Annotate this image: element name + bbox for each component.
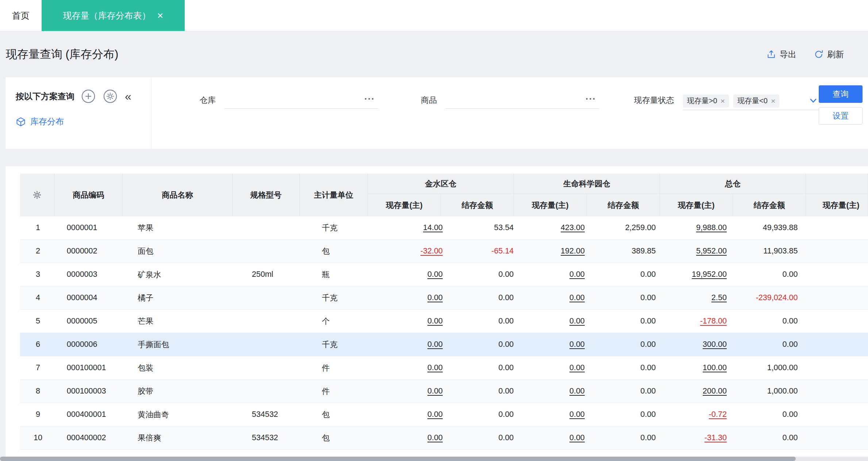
product-field: 商品 ··· <box>421 92 634 149</box>
query-button[interactable]: 查询 <box>819 85 863 103</box>
add-scheme-icon[interactable] <box>80 88 96 104</box>
qty-on-hand-link[interactable]: 2.50 <box>666 286 737 309</box>
scheme-item-stock-distribution[interactable]: 库存分布 <box>16 116 151 127</box>
settings-button[interactable]: 设置 <box>819 107 863 125</box>
scrollbar-thumb[interactable] <box>0 457 796 461</box>
header-group-partial: 现存量(主) <box>806 174 868 216</box>
qty-on-hand-link[interactable]: 0.00 <box>382 380 453 403</box>
tab-active-inventory[interactable]: 现存量（库存分布表） × <box>42 0 185 31</box>
subheader-qty-on-hand: 现存量(主) <box>660 194 733 216</box>
spec-model <box>241 380 311 403</box>
table-row[interactable]: 10000400002果倍爽534532包0.000.000.000.00-31… <box>20 426 868 450</box>
qty-on-hand-link[interactable]: 5,952.00 <box>666 240 737 263</box>
subheader-qty-on-hand: 现存量(主) <box>806 194 868 216</box>
qty-on-hand-link[interactable]: 0.00 <box>524 263 595 286</box>
horizontal-scrollbar[interactable] <box>0 457 868 461</box>
qty-on-hand-link[interactable]: -0.72 <box>666 403 737 426</box>
qty-on-hand-link[interactable]: 100.00 <box>666 356 737 379</box>
table-row[interactable]: 20000002面包包-32.00-65.14192.00389.855,952… <box>20 240 868 263</box>
table-row[interactable]: 60000006手撕面包千克0.000.000.000.00300.000.00 <box>20 333 868 356</box>
qty-on-hand-link[interactable]: 0.00 <box>382 333 453 356</box>
qty-on-hand-link[interactable]: -32.00 <box>382 240 453 263</box>
qty-on-hand-link[interactable]: 200.00 <box>666 380 737 403</box>
refresh-button[interactable]: 刷新 <box>814 49 844 60</box>
stock-status-label: 现存量状态 <box>634 92 674 109</box>
qty-on-hand-link[interactable]: 0.00 <box>524 380 595 403</box>
header-product-name: 商品名称 <box>123 174 233 216</box>
balance-amount: 0.00 <box>595 310 666 333</box>
header-product-code: 商品编码 <box>54 174 123 216</box>
balance-amount: 1,000.00 <box>737 356 808 379</box>
balance-amount: 0.00 <box>595 380 666 403</box>
spec-model: 250ml <box>241 263 311 286</box>
more-icon[interactable]: ··· <box>364 93 375 105</box>
qty-on-hand-link[interactable]: 300.00 <box>666 333 737 356</box>
status-tag-label: 现存量<0 <box>737 96 768 106</box>
qty-on-hand-link[interactable]: 192.00 <box>524 240 595 263</box>
header-spec-model: 规格型号 <box>233 174 300 216</box>
qty-on-hand-link[interactable]: 0.00 <box>524 333 595 356</box>
header-group-lifescience-warehouse: 生命科学园仓 现存量(主) 结存金额 <box>514 174 660 216</box>
partial-cell <box>808 240 868 263</box>
row-number: 2 <box>20 240 56 263</box>
chevron-down-icon[interactable] <box>809 96 818 105</box>
qty-on-hand-link[interactable]: 19,952.00 <box>666 263 737 286</box>
table-row[interactable]: 30000003矿泉水250ml瓶0.000.000.000.0019,952.… <box>20 263 868 286</box>
more-icon[interactable]: ··· <box>585 93 596 105</box>
group-name: 生命科学园仓 <box>514 174 660 194</box>
table-row[interactable]: 7000100001包装件0.000.000.000.00100.001,000… <box>20 356 868 380</box>
partial-cell <box>808 380 868 403</box>
qty-on-hand-link[interactable]: 9,988.00 <box>666 216 737 239</box>
warehouse-input[interactable]: ··· <box>224 92 378 109</box>
export-button[interactable]: 导出 <box>767 49 796 60</box>
qty-on-hand-link[interactable]: 0.00 <box>524 356 595 379</box>
main-unit: 包 <box>311 426 382 449</box>
qty-on-hand-link[interactable]: 0.00 <box>524 286 595 309</box>
warehouse-label: 仓库 <box>200 92 216 109</box>
table-row[interactable]: 40000004橘子千克0.000.000.000.002.50-239,024… <box>20 286 868 310</box>
table-row[interactable]: 50000005芒果个0.000.000.000.00-178.000.00 <box>20 310 868 333</box>
qty-on-hand-link[interactable]: 0.00 <box>382 403 453 426</box>
product-code: 0000005 <box>56 310 127 333</box>
remove-tag-icon[interactable]: × <box>771 97 775 105</box>
collapse-panel-icon[interactable]: « <box>125 90 131 103</box>
qty-on-hand-link[interactable]: 0.00 <box>524 403 595 426</box>
qty-on-hand-link[interactable]: 423.00 <box>524 216 595 239</box>
product-input[interactable]: ··· <box>446 92 599 109</box>
qty-on-hand-link[interactable]: 0.00 <box>524 310 595 333</box>
qty-on-hand-link[interactable]: -31.30 <box>666 426 737 449</box>
product-name: 包装 <box>127 356 241 379</box>
qty-on-hand-link[interactable]: 0.00 <box>382 286 453 309</box>
qty-on-hand-link[interactable]: 14.00 <box>382 216 453 239</box>
qty-on-hand-link[interactable]: 0.00 <box>382 426 453 449</box>
qty-on-hand-link[interactable]: 0.00 <box>382 310 453 333</box>
balance-amount: 0.00 <box>737 263 808 286</box>
table-row[interactable]: 10000001苹果千克14.0053.54423.002,259.009,98… <box>20 216 868 240</box>
scheme-settings-gear-icon[interactable] <box>102 88 118 104</box>
qty-on-hand-link[interactable]: -178.00 <box>666 310 737 333</box>
balance-amount: 1,000.00 <box>737 380 808 403</box>
stock-status-select[interactable]: 现存量>0 × 现存量<0 × <box>683 92 819 110</box>
product-name: 苹果 <box>127 216 241 239</box>
table-row[interactable]: 8000100003胶带件0.000.000.000.00200.001,000… <box>20 380 868 403</box>
tab-home[interactable]: 首页 <box>0 0 42 31</box>
cube-icon <box>16 117 26 127</box>
filter-actions: 查询 设置 <box>819 85 863 125</box>
qty-on-hand-link[interactable]: 0.00 <box>382 263 453 286</box>
tab-bar: 首页 现存量（库存分布表） × <box>0 0 868 31</box>
column-config-gear-icon[interactable] <box>20 174 54 216</box>
qty-on-hand-link[interactable]: 0.00 <box>382 356 453 379</box>
balance-amount: 0.00 <box>453 380 524 403</box>
remove-tag-icon[interactable]: × <box>721 97 725 105</box>
partial-cell <box>808 426 868 449</box>
partial-cell <box>808 333 868 356</box>
close-icon[interactable]: × <box>157 11 163 21</box>
partial-cell <box>808 263 868 286</box>
balance-amount: 0.00 <box>595 333 666 356</box>
balance-amount: 49,939.88 <box>737 216 808 239</box>
product-code: 0000003 <box>56 263 127 286</box>
table-row[interactable]: 9000400001黄油曲奇534532包0.000.000.000.00-0.… <box>20 403 868 426</box>
status-tag-label: 现存量>0 <box>687 96 717 106</box>
balance-amount: 0.00 <box>453 403 524 426</box>
qty-on-hand-link[interactable]: 0.00 <box>524 426 595 449</box>
